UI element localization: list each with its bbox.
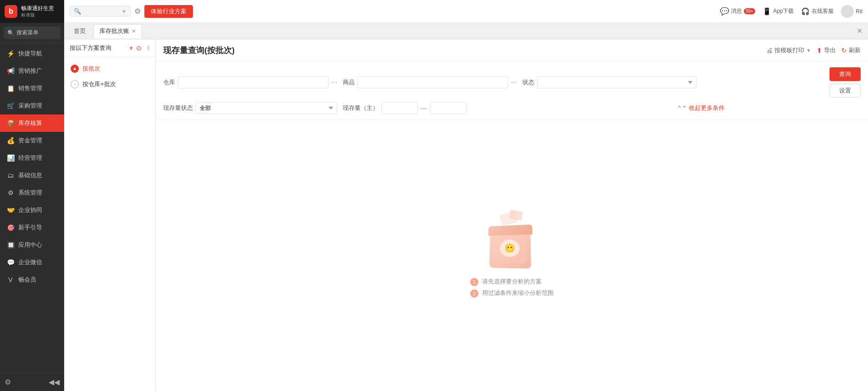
scheme-item-batch[interactable]: ● 按批次: [64, 61, 155, 76]
empty-box-inner: 😶: [494, 236, 527, 264]
headset-icon: 🎧: [801, 7, 810, 16]
hint-num-2: 2: [470, 289, 478, 298]
sales-icon: 📋: [6, 84, 15, 92]
print-dropdown-icon[interactable]: ▼: [806, 48, 811, 53]
topbar-settings-icon[interactable]: ⚙: [134, 7, 141, 16]
status-dropdown[interactable]: 全部: [537, 76, 697, 88]
content-area: 按以下方案查询 + ⊙ 《 ● 按批次 ○ 按仓库+批次: [64, 39, 868, 391]
refresh-btn[interactable]: ↻ 刷新: [841, 46, 861, 54]
qty-separator: —: [421, 104, 427, 112]
sidebar-item-marketing[interactable]: 📢 营销推广: [0, 62, 64, 80]
sidebar-item-sales[interactable]: 📋 销售管理: [0, 80, 64, 97]
collapse-sidebar-icon[interactable]: ◀◀: [49, 378, 60, 386]
collapse-more-btn[interactable]: ⌃⌃ 收起更多条件: [673, 102, 728, 114]
close-batch-tab[interactable]: ✕: [132, 28, 136, 34]
tab-home[interactable]: 首页: [68, 24, 92, 38]
left-panel-header: 按以下方案查询 + ⊙ 《: [64, 39, 155, 57]
sidebar-footer: ⚙ ◀◀: [0, 373, 64, 391]
stock-status-dropdown[interactable]: 全部 有库存 无库存: [196, 102, 337, 114]
topbar: 🔍 ▼ ⚙ 体验行业方案 💬 消息 99+ 📱 App下载 🎧 在线客服: [64, 0, 868, 23]
finance-icon: 💰: [6, 136, 15, 145]
query-button[interactable]: 查询: [830, 67, 861, 81]
search-menu-button[interactable]: 🔍 搜索菜单: [4, 27, 60, 39]
page-header: 现存量查询(按批次) 🖨 按模板打印 ▼ ⬆ 导出 ↻ 刷新: [156, 39, 868, 62]
system-icon: ⚙: [6, 189, 15, 197]
message-icon: 💬: [720, 7, 729, 16]
brand-text: 畅康通好生意 标准版: [21, 5, 54, 19]
collapse-panel-icon[interactable]: 《: [144, 45, 150, 51]
empty-hints: 1 请先选择要分析的方案 2 用过滤条件来缩小分析范围: [470, 277, 554, 300]
sidebar-item-wechat[interactable]: 💬 企业微信: [0, 254, 64, 271]
print-btn[interactable]: 🖨 按模板打印 ▼: [766, 46, 811, 54]
product-more-btn[interactable]: ···: [511, 78, 517, 87]
collapse-btn-container: ⌃⌃ 收起更多条件: [541, 102, 861, 114]
sidebar-item-finance[interactable]: 💰 资金管理: [0, 132, 64, 149]
settings-button[interactable]: 设置: [830, 84, 861, 98]
ops-icon: 📊: [6, 154, 15, 162]
filter-stock-status: 现存量状态 全部 有库存 无库存: [163, 102, 337, 114]
newbie-icon: 🎯: [6, 223, 15, 232]
sidebar-item-basics[interactable]: 🗂 基础信息: [0, 167, 64, 184]
sidebar-item-member[interactable]: V 畅会员: [0, 271, 64, 288]
close-main-btn[interactable]: ✕: [855, 25, 864, 37]
stock-qty-max-input[interactable]: [430, 102, 467, 114]
settings-footer-icon[interactable]: ⚙: [5, 378, 11, 386]
export-btn[interactable]: ⬆ 导出: [817, 46, 836, 54]
empty-hint-1: 1 请先选择要分析的方案: [470, 277, 554, 286]
topbar-search-area[interactable]: 🔍 ▼: [70, 6, 131, 16]
tab-batch[interactable]: 库存批次账 ✕: [93, 24, 142, 38]
left-panel: 按以下方案查询 + ⊙ 《 ● 按批次 ○ 按仓库+批次: [64, 39, 156, 391]
topbar-left: 🔍 ▼ ⚙ 体验行业方案: [70, 5, 716, 18]
filter-actions: 查询 设置: [830, 67, 861, 98]
warehouse-more-btn[interactable]: ···: [331, 78, 337, 87]
hint-num-1: 1: [470, 278, 478, 286]
filter-stock-qty: 现存量（主） —: [343, 102, 535, 114]
online-service-btn[interactable]: 🎧 在线客服: [801, 7, 834, 16]
empty-illustration: 😶: [482, 211, 542, 270]
page-title: 现存量查询(按批次): [163, 45, 235, 56]
empty-box-lid: [489, 224, 533, 236]
filter-product: 商品 ···: [343, 76, 517, 88]
stock-status-label: 现存量状态: [163, 104, 193, 112]
sidebar-header: b 畅康通好生意 标准版: [0, 0, 64, 23]
batch-scheme-icon: ●: [71, 65, 79, 73]
stock-qty-min-input[interactable]: [381, 102, 418, 114]
warehouse-input[interactable]: [178, 76, 329, 88]
empty-state: 😶 1 请先选择要分析的方案 2 用过滤条件来缩小分析范: [156, 120, 868, 391]
sidebar-item-purchase[interactable]: 🛒 采购管理: [0, 97, 64, 114]
member-icon: V: [6, 276, 15, 284]
sidebar-item-newbie[interactable]: 🎯 新手引导: [0, 219, 64, 236]
stock-status-select[interactable]: 全部 有库存 无库存: [196, 102, 337, 114]
scheme-settings-icon[interactable]: ⊙: [136, 45, 142, 51]
sidebar-item-collab[interactable]: 🤝 企业协同: [0, 201, 64, 219]
warehouse-label: 仓库: [163, 78, 175, 87]
sidebar-item-apps[interactable]: 🔲 应用中心: [0, 236, 64, 254]
wechat-icon: 💬: [6, 258, 15, 266]
product-input[interactable]: [357, 76, 508, 88]
apps-icon: 🔲: [6, 241, 15, 249]
tab-close-area: ✕: [855, 25, 864, 37]
message-badge: 99+: [744, 8, 755, 14]
sidebar: b 畅康通好生意 标准版 🔍 搜索菜单 ⚡ 快捷导航 📢 营销推广 📋 销售管理…: [0, 0, 64, 391]
filter-row-2: 现存量状态 全部 有库存 无库存 现存量（主） —: [163, 102, 861, 114]
collapse-icon: ⌃⌃: [677, 105, 687, 112]
sidebar-item-ops[interactable]: 📊 经营管理: [0, 149, 64, 167]
status-select[interactable]: 全部: [537, 76, 697, 88]
topbar-search-dropdown-icon[interactable]: ▼: [121, 9, 126, 14]
sidebar-item-system[interactable]: ⚙ 系统管理: [0, 184, 64, 201]
add-scheme-btn[interactable]: +: [129, 44, 133, 52]
sidebar-nav: ⚡ 快捷导航 📢 营销推广 📋 销售管理 🛒 采购管理 📦 库存核算 💰 资金管…: [0, 43, 64, 373]
app-download-btn[interactable]: 📱 App下载: [763, 7, 794, 16]
sidebar-item-inventory[interactable]: 📦 库存核算: [0, 114, 64, 132]
filter-row-1: 仓库 ··· 商品 ··· 状态 全部: [163, 67, 861, 98]
messages-btn[interactable]: 💬 消息 99+: [720, 7, 755, 16]
inventory-icon: 📦: [6, 119, 15, 127]
scheme-item-warehouse-batch[interactable]: ○ 按仓库+批次: [64, 76, 155, 92]
topbar-search-input[interactable]: [83, 8, 120, 15]
experience-btn[interactable]: 体验行业方案: [144, 5, 193, 18]
warehouse-batch-scheme-icon: ○: [71, 80, 79, 88]
search-icon: 🔍: [7, 30, 14, 36]
sidebar-item-shortcut[interactable]: ⚡ 快捷导航: [0, 45, 64, 62]
user-info[interactable]: Rit: [841, 5, 863, 18]
main-area: 🔍 ▼ ⚙ 体验行业方案 💬 消息 99+ 📱 App下载 🎧 在线客服: [64, 0, 868, 391]
